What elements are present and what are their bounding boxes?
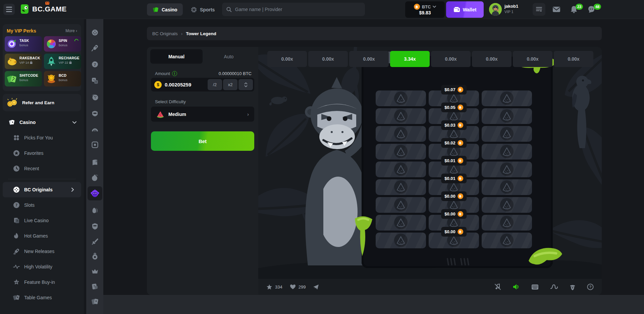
sidebar-item-casino[interactable]: Casino [0, 115, 84, 130]
sidebar-item-bc-originals[interactable]: BC Originals [3, 182, 81, 197]
tower-cell[interactable] [482, 108, 532, 124]
vip-card-task[interactable]: TASK bonus [5, 36, 42, 52]
dice-game-icon[interactable] [91, 77, 99, 85]
tower-cell[interactable] [482, 126, 532, 142]
multiplier-tile[interactable]: 0.00x [472, 51, 512, 67]
double-amount-button[interactable]: x2 [223, 79, 237, 90]
tower-cell[interactable] [482, 90, 532, 106]
multiplier-tile-win[interactable]: 3.34x [390, 51, 430, 67]
vip-card-spin[interactable]: SPIN bonus [44, 36, 81, 52]
bet-amount-value[interactable]: 0.00205259 [165, 82, 207, 87]
sound-on-button[interactable] [513, 284, 520, 290]
tab-auto[interactable]: Auto [203, 49, 255, 64]
multiplier-tile[interactable]: 0.00x [431, 51, 471, 67]
tower-cell[interactable] [482, 144, 532, 160]
chat-button[interactable]: 48 [585, 3, 598, 16]
live-stats-button[interactable] [550, 284, 558, 290]
sidebar-item-new-releases[interactable]: New Releases [0, 244, 84, 259]
sidebar-item-table-games[interactable]: Table Games [0, 290, 84, 305]
sidebar-item-feature-buy-in[interactable]: Feature Buy-in [0, 274, 84, 290]
plinko-game-icon[interactable] [91, 141, 99, 149]
tower-cell[interactable] [376, 162, 426, 177]
tower-cell[interactable]: $0.00฿ [429, 233, 479, 248]
tower-cell[interactable] [376, 197, 426, 213]
crown-game-icon[interactable] [91, 267, 99, 275]
chip-game-icon[interactable] [91, 28, 99, 37]
sidebar-item-slots[interactable]: 7 Slots [0, 197, 84, 213]
refer-and-earn[interactable]: Refer and Earn [3, 94, 81, 111]
difficulty-selector[interactable]: Medium › [151, 107, 254, 122]
knight-game-icon[interactable] [91, 222, 99, 230]
wallet-button[interactable]: Wallet [446, 1, 484, 18]
multiplier-tile[interactable]: 0.00x [554, 51, 593, 67]
dice-card-game-icon[interactable] [91, 282, 99, 291]
half-amount-button[interactable]: /2 [208, 79, 222, 90]
quests-menu-button[interactable] [533, 3, 545, 16]
tower-cell[interactable] [376, 144, 426, 160]
sidebar-item-recent[interactable]: Recent [0, 161, 84, 176]
vip-card-recharge[interactable]: RECHARGE VIP 22 [44, 54, 81, 69]
tower-cell[interactable] [482, 215, 532, 231]
egg-game-icon[interactable] [91, 206, 99, 214]
hamburger-menu-button[interactable] [3, 4, 15, 15]
likes-stat[interactable]: 299 [290, 284, 306, 290]
gorilla-game-icon-active[interactable] [88, 186, 102, 200]
stars-stat[interactable]: 334 [266, 284, 282, 290]
rocket-game-icon[interactable] [91, 44, 99, 52]
sword-game-icon[interactable] [91, 237, 99, 245]
search-input[interactable] [235, 7, 361, 12]
multiplier-tile[interactable]: 0.00x [267, 51, 307, 67]
mail-button[interactable] [550, 3, 563, 16]
bomb-game-icon[interactable] [91, 174, 99, 182]
amount-stepper[interactable] [238, 79, 253, 90]
user-avatar[interactable] [489, 3, 502, 16]
multiplier-tile[interactable]: 0.00x [513, 51, 552, 67]
seven-coin-game-icon[interactable]: 7 [91, 60, 99, 68]
user-info[interactable]: jakob1 VIP 1 [504, 4, 518, 14]
fairness-button[interactable] [570, 284, 576, 291]
mask-game-icon[interactable] [91, 109, 99, 117]
info-icon[interactable]: i [172, 71, 177, 76]
tab-sports[interactable]: Sports [191, 3, 215, 16]
notifications-button[interactable]: 23 [568, 3, 580, 16]
multiplier-tile[interactable]: 0.00x [308, 51, 348, 67]
multiplier-tile[interactable]: 0.00x [349, 51, 389, 67]
bet-button[interactable]: Bet [151, 131, 254, 151]
bet-amount-field[interactable]: $ 0.00205259 /2 x2 [151, 78, 254, 91]
roulette-game-icon[interactable] [91, 125, 99, 133]
tab-manual[interactable]: Manual [150, 49, 203, 64]
vip-more-link[interactable]: More › [65, 28, 77, 33]
tab-casino[interactable]: Casino [147, 3, 183, 16]
tower-cell[interactable] [376, 233, 426, 248]
tower-cell[interactable] [482, 197, 532, 213]
tower-cell[interactable] [376, 179, 426, 195]
share-button[interactable] [313, 284, 319, 290]
step-up-icon[interactable] [244, 82, 248, 84]
game-search[interactable] [222, 3, 365, 16]
bc-game-logo[interactable]: BC.GAME [19, 4, 67, 14]
sidebar-item-high-volatility[interactable]: High Volatility [0, 259, 84, 274]
vip-card-rakeback[interactable]: RAKEBACK VIP 14 [5, 54, 42, 69]
bowling-game-icon[interactable] [91, 93, 99, 101]
tower-cell[interactable] [376, 215, 426, 231]
music-off-button[interactable] [494, 284, 501, 290]
book-game-icon[interactable] [91, 159, 99, 167]
sidebar-item-picks-for-you[interactable]: Picks For You [0, 130, 84, 145]
tower-cell[interactable] [482, 179, 532, 195]
tower-cell[interactable] [376, 90, 426, 106]
cards-game-icon[interactable] [91, 298, 99, 306]
sidebar-item-favorites[interactable]: Favorites [0, 145, 84, 161]
balance-selector[interactable]: ฿ BTC $9.83 [405, 1, 445, 18]
tower-cell[interactable] [376, 108, 426, 124]
tower-cell[interactable] [482, 162, 532, 177]
vip-card-shitcode[interactable]: SHITCODE bonus [5, 71, 42, 86]
ring-bomb-game-icon[interactable] [91, 252, 99, 260]
sidebar-item-live-casino[interactable]: Live Casino [0, 213, 84, 228]
sidebar-item-hot-games[interactable]: Hot Games [0, 228, 84, 244]
tower-cell[interactable] [482, 233, 532, 248]
tower-cell[interactable] [376, 126, 426, 142]
vip-card-bcd[interactable]: BCD bonus [44, 71, 81, 86]
breadcrumb-bc-originals[interactable]: BC Originals [152, 31, 178, 36]
step-down-icon[interactable] [244, 85, 248, 87]
help-button[interactable]: ? [587, 284, 594, 290]
